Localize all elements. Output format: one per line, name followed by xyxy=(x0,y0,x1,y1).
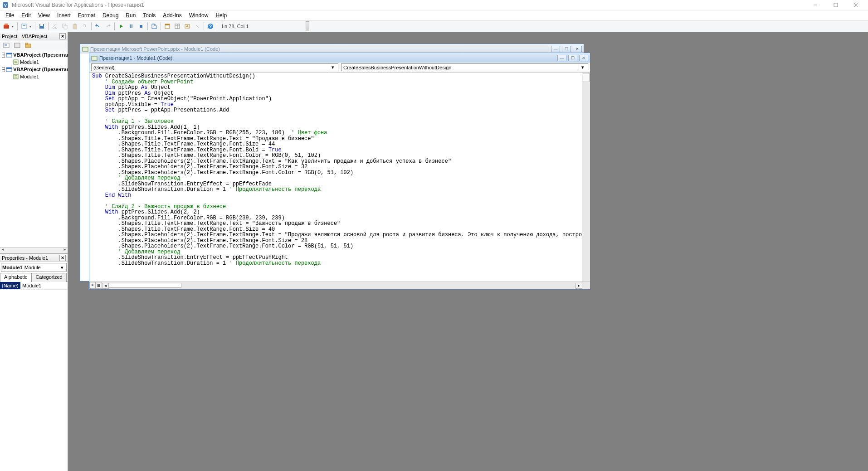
minimize-button[interactable]: — xyxy=(557,55,566,61)
procedure-dropdown[interactable]: CreateSalesBusinessPresentationWithoutDe… xyxy=(341,63,588,71)
property-value[interactable]: Module1 xyxy=(20,282,68,289)
maximize-button[interactable]: ☐ xyxy=(568,55,577,61)
menu-help[interactable]: Help xyxy=(212,11,230,19)
maximize-button[interactable]: ☐ xyxy=(562,46,571,52)
code-window-icon xyxy=(91,55,98,61)
svg-rect-17 xyxy=(64,25,67,29)
project-label: VBAProject (Презентац xyxy=(13,67,68,72)
module-icon xyxy=(13,59,19,65)
break-button[interactable] xyxy=(127,22,136,31)
code-editor[interactable]: Sub CreateSalesBusinessPresentationWitho… xyxy=(89,73,590,282)
properties-panel-close-button[interactable]: × xyxy=(59,255,66,261)
code-window-front[interactable]: Презентация1 - Module1 (Code) — ☐ ✕ (Gen… xyxy=(89,53,590,290)
redo-button[interactable] xyxy=(103,22,112,31)
project-tree[interactable]: − VBAProject (Презентац Module1 − VBAPro… xyxy=(0,50,68,247)
properties-window-button[interactable] xyxy=(173,22,182,31)
scroll-right-button[interactable]: ► xyxy=(575,283,582,289)
menu-add-ins[interactable]: Add-Ins xyxy=(159,11,185,19)
reset-button[interactable] xyxy=(137,22,146,31)
full-module-view-button[interactable]: ▦ xyxy=(96,282,102,289)
horizontal-scrollbar[interactable]: ◄ ► xyxy=(102,282,582,289)
menu-format[interactable]: Format xyxy=(74,11,99,19)
code-window-titlebar[interactable]: Презентация Microsoft PowerPoint.pptx - … xyxy=(80,44,584,53)
dropdown-arrow-icon[interactable]: ▾ xyxy=(29,24,33,29)
toggle-folders-button[interactable] xyxy=(24,41,33,50)
dropdown-arrow-icon[interactable]: ▾ xyxy=(579,64,586,70)
paste-button[interactable] xyxy=(70,22,79,31)
project-explorer-button[interactable] xyxy=(163,22,172,31)
sidebar: Project - VBAProject × − VBAProject (Пре… xyxy=(0,32,68,471)
view-powerpoint-button[interactable] xyxy=(2,22,11,31)
svg-rect-41 xyxy=(25,43,28,44)
svg-rect-28 xyxy=(165,24,170,25)
close-button[interactable]: ✕ xyxy=(573,46,582,52)
tab-categorized[interactable]: Categorized xyxy=(31,273,66,282)
scrollbar-thumb[interactable] xyxy=(109,283,181,288)
property-row[interactable]: (Name) Module1 xyxy=(0,282,68,290)
collapse-icon[interactable]: − xyxy=(2,67,5,72)
procedure-view-button[interactable]: ≡ xyxy=(89,282,96,289)
maximize-button[interactable] xyxy=(825,0,846,10)
collapse-icon[interactable]: − xyxy=(2,53,5,58)
object-dropdown[interactable]: (General) ▾ xyxy=(91,63,338,71)
toolbar: ▾ ▾ ? Ln 78, Col 1 xyxy=(0,20,868,32)
svg-rect-24 xyxy=(132,24,132,28)
dropdown-arrow-icon[interactable]: ▾ xyxy=(59,265,65,271)
menu-edit[interactable]: Edit xyxy=(18,11,34,19)
code-window-titlebar[interactable]: Презентация1 - Module1 (Code) — ☐ ✕ xyxy=(89,53,590,63)
minimize-button[interactable]: — xyxy=(551,46,560,52)
svg-rect-44 xyxy=(14,60,18,64)
menu-view[interactable]: View xyxy=(34,11,54,19)
tab-alphabetic[interactable]: Alphabetic xyxy=(0,273,31,282)
design-mode-button[interactable] xyxy=(150,22,159,31)
minimize-button[interactable] xyxy=(805,0,825,10)
project-node[interactable]: − VBAProject (Презентац xyxy=(1,51,67,58)
toolbar-end-handle[interactable] xyxy=(306,21,309,31)
undo-button[interactable] xyxy=(93,22,102,31)
scrollbar-thumb[interactable] xyxy=(583,73,590,82)
view-code-button[interactable] xyxy=(2,41,11,50)
save-button[interactable] xyxy=(37,22,46,31)
properties-panel-title: Properties - Module1 xyxy=(2,255,59,261)
svg-rect-8 xyxy=(22,24,26,29)
app-titlebar: V Microsoft Visual Basic for Application… xyxy=(0,0,868,10)
insert-button[interactable] xyxy=(20,22,29,31)
project-panel-close-button[interactable]: × xyxy=(59,33,66,39)
project-node[interactable]: − VBAProject (Презентац xyxy=(1,66,67,73)
scroll-left-button[interactable]: ◄ xyxy=(102,283,109,289)
svg-marker-22 xyxy=(120,24,123,28)
run-button[interactable] xyxy=(117,22,126,31)
find-button[interactable] xyxy=(80,22,89,31)
toolbox-button[interactable] xyxy=(193,22,202,31)
close-button[interactable]: ✕ xyxy=(579,55,588,61)
procedure-dropdown-value: CreateSalesBusinessPresentationWithoutDe… xyxy=(343,65,451,70)
copy-button[interactable] xyxy=(60,22,69,31)
view-object-button[interactable] xyxy=(13,41,22,50)
help-button[interactable]: ? xyxy=(206,22,215,31)
dropdown-arrow-icon[interactable]: ▾ xyxy=(12,24,15,29)
module-node[interactable]: Module1 xyxy=(1,58,67,66)
module-node[interactable]: Module1 xyxy=(1,73,67,80)
menu-tools[interactable]: Tools xyxy=(139,11,159,19)
tree-hscroll[interactable] xyxy=(0,247,68,253)
menu-debug[interactable]: Debug xyxy=(99,11,122,19)
properties-panel-header: Properties - Module1 × xyxy=(0,254,68,262)
project-icon xyxy=(6,66,12,73)
svg-rect-43 xyxy=(6,53,12,54)
properties-grid[interactable]: (Name) Module1 xyxy=(0,282,68,471)
menu-file[interactable]: File xyxy=(2,11,18,19)
close-button[interactable] xyxy=(846,0,866,10)
cut-button[interactable] xyxy=(50,22,59,31)
menu-run[interactable]: Run xyxy=(122,11,139,19)
vertical-scrollbar[interactable] xyxy=(582,73,590,282)
menubar: FileEditViewInsertFormatDebugRunToolsAdd… xyxy=(0,10,868,20)
svg-rect-7 xyxy=(5,24,8,25)
object-browser-button[interactable] xyxy=(183,22,192,31)
dropdown-arrow-icon[interactable]: ▾ xyxy=(329,64,336,70)
menu-insert[interactable]: Insert xyxy=(54,11,74,19)
project-icon xyxy=(6,52,12,58)
project-panel-title: Project - VBAProject xyxy=(2,34,59,39)
svg-point-13 xyxy=(55,27,57,29)
properties-object-combo[interactable]: Module1 Module ▾ xyxy=(1,263,67,272)
menu-window[interactable]: Window xyxy=(185,11,212,19)
